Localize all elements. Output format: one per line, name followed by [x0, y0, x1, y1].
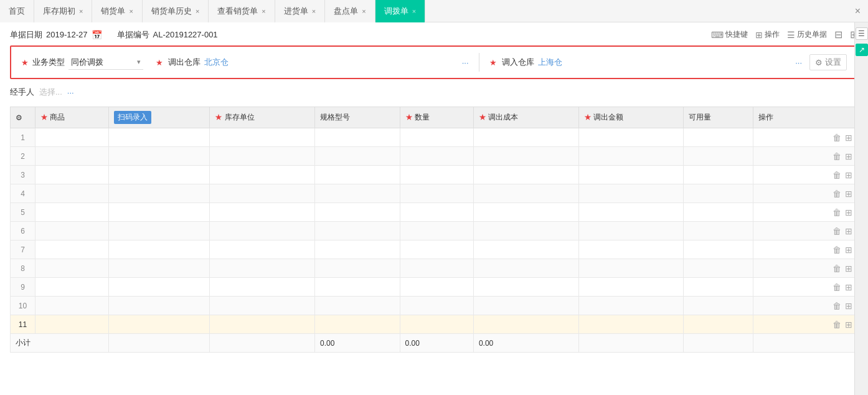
available-cell[interactable] — [684, 315, 753, 334]
unit-cell[interactable] — [210, 222, 315, 240]
amount-cell[interactable] — [578, 222, 684, 240]
close-icon[interactable]: × — [79, 7, 83, 15]
available-cell[interactable] — [684, 203, 753, 222]
amount-cell[interactable] — [578, 278, 684, 297]
copy-row-icon[interactable]: ⊞ — [845, 226, 852, 236]
cost-cell[interactable] — [473, 147, 578, 166]
product-cell[interactable] — [35, 147, 109, 166]
tab-view-sales[interactable]: 查看销货单 × — [209, 0, 275, 22]
copy-row-icon[interactable]: ⊞ — [845, 282, 852, 292]
unit-cell[interactable] — [210, 203, 315, 222]
spec-cell[interactable] — [314, 147, 400, 166]
tab-home[interactable]: 首页 — [0, 0, 34, 22]
copy-row-icon[interactable]: ⊞ — [845, 133, 852, 143]
copy-row-icon[interactable]: ⊞ — [845, 320, 852, 330]
spec-cell[interactable] — [314, 203, 400, 222]
available-cell[interactable] — [684, 278, 753, 297]
unit-cell[interactable] — [210, 315, 315, 334]
cost-cell[interactable] — [473, 259, 578, 278]
tab-stocktake[interactable]: 盘点单 × — [325, 0, 375, 22]
scan-button[interactable]: 扫码录入 — [114, 111, 151, 124]
cost-cell[interactable] — [473, 203, 578, 222]
amount-cell[interactable] — [578, 259, 684, 278]
unit-cell[interactable] — [210, 128, 315, 147]
copy-row-icon[interactable]: ⊞ — [845, 189, 852, 199]
product-cell[interactable] — [35, 278, 109, 297]
product-cell[interactable] — [35, 297, 109, 315]
copy-row-icon[interactable]: ⊞ — [845, 151, 852, 161]
qty-cell[interactable] — [400, 128, 473, 147]
unit-cell[interactable] — [210, 297, 315, 315]
qty-cell[interactable] — [400, 278, 473, 297]
close-icon[interactable]: × — [262, 7, 265, 15]
unit-cell[interactable] — [210, 259, 315, 278]
available-cell[interactable] — [684, 184, 753, 203]
unit-cell[interactable] — [210, 166, 315, 184]
warehouse-out-more-button[interactable]: ··· — [462, 58, 469, 67]
unit-cell[interactable] — [210, 240, 315, 259]
available-cell[interactable] — [684, 166, 753, 184]
person-select[interactable]: 选择... — [39, 87, 62, 98]
spec-cell[interactable] — [314, 166, 400, 184]
cost-cell[interactable] — [473, 240, 578, 259]
close-icon[interactable]: × — [129, 7, 133, 15]
available-cell[interactable] — [684, 259, 753, 278]
qty-cell[interactable] — [400, 222, 473, 240]
shortcut-button[interactable]: ⌨ 快捷键 — [711, 29, 748, 40]
amount-cell[interactable] — [578, 147, 684, 166]
unit-cell[interactable] — [210, 278, 315, 297]
delete-row-icon[interactable]: 🗑 — [833, 151, 841, 161]
sidebar-expand-icon[interactable]: ↗ — [856, 44, 868, 56]
available-cell[interactable] — [684, 297, 753, 315]
grid-view-icon[interactable]: ⊟ — [834, 29, 842, 40]
spec-cell[interactable] — [314, 240, 400, 259]
spec-cell[interactable] — [314, 222, 400, 240]
delete-row-icon[interactable]: 🗑 — [833, 170, 841, 180]
product-cell[interactable] — [35, 259, 109, 278]
qty-cell[interactable] — [400, 166, 473, 184]
qty-cell[interactable] — [400, 184, 473, 203]
copy-row-icon[interactable]: ⊞ — [845, 264, 852, 274]
tab-inventory-init[interactable]: 库存期初 × — [34, 0, 92, 22]
window-close-button[interactable]: × — [847, 6, 868, 17]
spec-cell[interactable] — [314, 315, 400, 334]
cost-cell[interactable] — [473, 278, 578, 297]
delete-row-icon[interactable]: 🗑 — [833, 320, 841, 330]
spec-cell[interactable] — [314, 128, 400, 147]
operation-button[interactable]: ⊞ 操作 — [755, 29, 780, 40]
delete-row-icon[interactable]: 🗑 — [833, 189, 841, 199]
product-cell[interactable] — [35, 184, 109, 203]
close-icon[interactable]: × — [412, 7, 416, 15]
tab-transfer[interactable]: 调拨单 × — [375, 0, 425, 22]
tab-sales-order[interactable]: 销货单 × — [92, 0, 142, 22]
amount-cell[interactable] — [578, 184, 684, 203]
cost-cell[interactable] — [473, 297, 578, 315]
copy-row-icon[interactable]: ⊞ — [845, 245, 852, 255]
amount-cell[interactable] — [578, 315, 684, 334]
cost-cell[interactable] — [473, 315, 578, 334]
history-button[interactable]: ☰ 历史单据 — [787, 29, 827, 40]
settings-button[interactable]: ⚙ 设置 — [809, 54, 847, 70]
product-cell[interactable] — [35, 315, 109, 334]
sidebar-list-icon[interactable]: ☰ — [856, 27, 868, 40]
product-cell[interactable] — [35, 222, 109, 240]
amount-cell[interactable] — [578, 166, 684, 184]
available-cell[interactable] — [684, 128, 753, 147]
settings-gear[interactable]: ⚙ — [16, 113, 22, 122]
spec-cell[interactable] — [314, 297, 400, 315]
delete-row-icon[interactable]: 🗑 — [833, 245, 841, 255]
delete-row-icon[interactable]: 🗑 — [833, 301, 841, 311]
close-icon[interactable]: × — [312, 7, 316, 15]
qty-cell[interactable] — [400, 203, 473, 222]
tab-sales-history[interactable]: 销货单历史 × — [143, 0, 209, 22]
qty-cell[interactable] — [400, 259, 473, 278]
cost-cell[interactable] — [473, 128, 578, 147]
unit-cell[interactable] — [210, 147, 315, 166]
calendar-icon[interactable]: 📅 — [92, 30, 102, 40]
spec-cell[interactable] — [314, 259, 400, 278]
delete-row-icon[interactable]: 🗑 — [833, 282, 841, 292]
close-icon[interactable]: × — [196, 7, 199, 15]
cost-cell[interactable] — [473, 184, 578, 203]
warehouse-in-more-button[interactable]: ··· — [795, 58, 802, 67]
available-cell[interactable] — [684, 240, 753, 259]
